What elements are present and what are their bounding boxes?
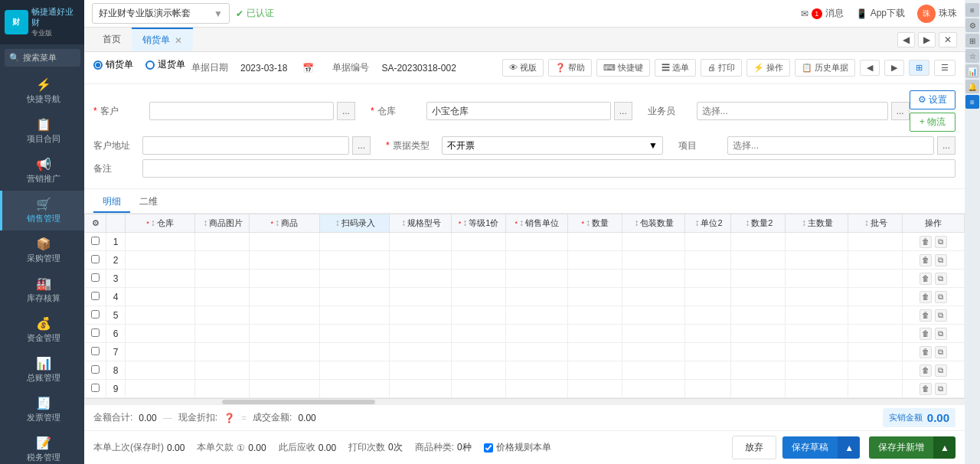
warehouse-select-btn[interactable]: ... (614, 102, 632, 120)
radio-return[interactable]: 退货单 (145, 58, 185, 71)
row-1-cell-5[interactable] (452, 233, 506, 251)
row-1-delete-btn[interactable]: 🗑 (920, 236, 932, 248)
col-qty2-header[interactable]: ↕数量2 (731, 214, 786, 233)
col-settings-header[interactable]: ⚙ (85, 214, 106, 233)
help-btn[interactable]: ❓ 帮助 (548, 59, 592, 77)
shortcut-btn[interactable]: ⌨ 快捷键 (596, 59, 650, 77)
right-icon-5[interactable]: 📊 (965, 64, 979, 78)
row-6-cell-9[interactable] (684, 325, 731, 343)
row-9-cell-2[interactable] (250, 380, 319, 398)
row-9-delete-btn[interactable]: 🗑 (920, 383, 932, 395)
app-download-btn[interactable]: 📱 App下载 (856, 7, 905, 20)
discount-help-icon[interactable]: ❓ (224, 413, 235, 423)
sidebar-item-sales[interactable]: 🛒 销售管理 (0, 191, 84, 230)
row-8-cell-6[interactable] (506, 361, 568, 380)
row-9-cell-7[interactable] (568, 380, 622, 398)
right-icon-4[interactable]: ☆ (965, 49, 979, 63)
row-6-cell-3[interactable] (319, 325, 389, 343)
col-barcode-header[interactable]: ↕扫码录入 (319, 214, 389, 233)
row-6-checkbox[interactable] (85, 325, 106, 343)
row-4-cell-4[interactable] (389, 288, 451, 306)
row-3-cell-4[interactable] (389, 270, 451, 288)
row-5-cell-3[interactable] (319, 306, 389, 325)
company-selector[interactable]: 好业财专业版演示帐套 ▼ (92, 3, 230, 24)
row-2-cell-2[interactable] (250, 251, 319, 270)
row-5-cell-5[interactable] (452, 306, 506, 325)
row-2-cell-12[interactable] (848, 251, 902, 270)
row-9-cell-8[interactable] (622, 380, 684, 398)
row-1-cell-10[interactable] (731, 233, 786, 251)
row-9-checkbox[interactable] (85, 380, 106, 398)
remark-input[interactable] (142, 159, 956, 178)
row-2-cell-3[interactable] (319, 251, 389, 270)
row-4-cell-6[interactable] (506, 288, 568, 306)
row-9-cell-1[interactable] (195, 380, 250, 398)
row-8-cell-0[interactable] (125, 361, 194, 380)
row-6-cell-5[interactable] (452, 325, 506, 343)
row-6-cell-1[interactable] (195, 325, 250, 343)
history-btn[interactable]: 📋 历史单据 (795, 59, 855, 77)
row-2-cell-6[interactable] (506, 251, 568, 270)
logistics-btn[interactable]: + 物流 (910, 113, 956, 132)
row-7-copy-btn[interactable]: ⧉ (935, 346, 947, 358)
row-9-copy-btn[interactable]: ⧉ (935, 383, 947, 395)
row-5-delete-btn[interactable]: 🗑 (920, 309, 932, 322)
address-input[interactable] (142, 136, 349, 155)
row-2-cell-10[interactable] (731, 251, 786, 270)
row-9-cell-9[interactable] (684, 380, 731, 398)
row-8-cell-2[interactable] (250, 361, 319, 380)
tab-home[interactable]: 首页 (92, 28, 132, 51)
row-5-cell-6[interactable] (506, 306, 568, 325)
row-3-cell-6[interactable] (506, 270, 568, 288)
row-6-cell-6[interactable] (506, 325, 568, 343)
setting-btn[interactable]: ⚙ 设置 (910, 90, 956, 109)
row-3-cell-11[interactable] (786, 270, 848, 288)
sidebar-item-purchase[interactable]: 📦 采购管理 (0, 230, 84, 270)
sidebar-item-accounts[interactable]: 📊 总账管理 (0, 350, 84, 390)
view-btn[interactable]: 👁 视版 (502, 59, 544, 77)
sidebar-item-inventory[interactable]: 🏭 库存核算 (0, 270, 84, 310)
row-7-cell-8[interactable] (622, 343, 684, 361)
row-8-delete-btn[interactable]: 🗑 (920, 364, 932, 377)
row-4-cell-7[interactable] (568, 288, 622, 306)
sidebar-item-project[interactable]: 📋 项目合同 (0, 111, 84, 151)
tab-close-btn[interactable]: ✕ (175, 35, 182, 46)
row-8-cell-9[interactable] (684, 361, 731, 380)
row-2-cell-9[interactable] (684, 251, 731, 270)
col-price1-header[interactable]: *↕等级1价 (452, 214, 506, 233)
row-7-cell-11[interactable] (786, 343, 848, 361)
row-8-cell-3[interactable] (319, 361, 389, 380)
row-4-cell-3[interactable] (319, 288, 389, 306)
row-5-cell-8[interactable] (622, 306, 684, 325)
col-unit-header[interactable]: *↕销售单位 (506, 214, 568, 233)
row-6-cell-0[interactable] (125, 325, 194, 343)
row-1-checkbox[interactable] (85, 233, 106, 251)
list-view-btn[interactable]: ☰ (934, 60, 956, 76)
row-2-copy-btn[interactable]: ⧉ (935, 254, 947, 266)
row-5-cell-0[interactable] (125, 306, 194, 325)
ops-btn[interactable]: ⚡ 操作 (746, 59, 790, 77)
search-menu[interactable]: 🔍 搜索菜单 (5, 49, 80, 67)
row-9-cell-11[interactable] (786, 380, 848, 398)
row-5-cell-11[interactable] (786, 306, 848, 325)
tab-prev-btn[interactable]: ◀ (897, 32, 915, 47)
salesperson-select-btn[interactable]: ... (891, 102, 910, 120)
row-1-cell-6[interactable] (506, 233, 568, 251)
select-btn[interactable]: ☰ 选单 (655, 59, 696, 77)
row-7-cell-2[interactable] (250, 343, 319, 361)
row-8-cell-1[interactable] (195, 361, 250, 380)
row-5-cell-4[interactable] (389, 306, 451, 325)
price-rule-checkbox[interactable]: 价格规则本单 (484, 441, 551, 454)
row-6-cell-12[interactable] (848, 325, 902, 343)
tab-close-all-btn[interactable]: ✕ (939, 32, 957, 47)
row-3-delete-btn[interactable]: 🗑 (920, 273, 932, 285)
row-1-cell-7[interactable] (568, 233, 622, 251)
row-3-copy-btn[interactable]: ⧉ (935, 273, 947, 285)
row-7-cell-1[interactable] (195, 343, 250, 361)
row-3-cell-8[interactable] (622, 270, 684, 288)
col-product-header[interactable]: *↕商品 (250, 214, 319, 233)
save-draft-btn[interactable]: 保存草稿 (782, 436, 838, 459)
row-4-copy-btn[interactable]: ⧉ (935, 291, 947, 303)
tab-detail[interactable]: 明细 (93, 192, 130, 213)
row-1-cell-11[interactable] (786, 233, 848, 251)
